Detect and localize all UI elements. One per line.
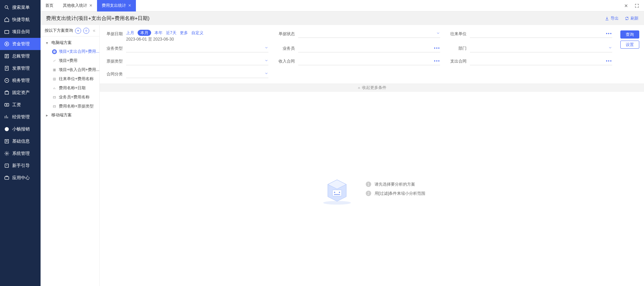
chart-icon: [52, 58, 57, 63]
apps-icon: [4, 175, 9, 181]
contract-select[interactable]: [126, 70, 268, 78]
guide-icon: [4, 163, 9, 168]
caret-down-icon: ▾: [46, 41, 49, 45]
sidebar-item-system[interactable]: 系统管理: [0, 147, 41, 160]
sidebar-item-salary[interactable]: 工资: [0, 99, 41, 111]
bar-icon: [52, 86, 57, 91]
export-icon: [605, 16, 609, 21]
scheme-tree: ▾电脑端方案 项目+支出合同+费用... 项目+费用 项目+收入合同+费用...…: [41, 37, 99, 121]
tax-icon: [4, 78, 9, 83]
tree-leaf-label: 项目+费用: [59, 58, 77, 64]
filter-biztype: 业务类型: [104, 44, 268, 55]
date-opt-this-month[interactable]: 本月: [138, 30, 151, 36]
sidebar-item-fund[interactable]: 资金管理: [0, 38, 41, 50]
date-opt-last-month[interactable]: 上月: [126, 30, 134, 36]
tree-leaf-label: 项目+收入合同+费用...: [59, 67, 99, 73]
tree-leaf[interactable]: 项目+收入合同+费用...: [41, 65, 99, 74]
tree-group-mobile[interactable]: ▸移动端方案: [41, 111, 99, 119]
empty-step-2: 2用[过滤]条件来缩小分析范围: [366, 191, 426, 196]
svg-rect-19: [53, 70, 54, 71]
sidebar-item-label: 应用中心: [12, 175, 30, 181]
add-scheme-button[interactable]: +: [75, 28, 81, 34]
search-button[interactable]: 查询: [620, 30, 639, 39]
date-opt-this-year[interactable]: 本年: [154, 30, 163, 36]
refresh-button[interactable]: 刷新: [625, 16, 639, 21]
config-label: 设置: [626, 42, 634, 48]
biztype-select[interactable]: [126, 44, 268, 52]
sidebar-item-expense[interactable]: 小畅报销: [0, 123, 41, 135]
tab-expense-stat[interactable]: 费用支出统计✕: [97, 0, 136, 11]
search-label: 查询: [626, 32, 634, 38]
svg-point-27: [339, 192, 340, 193]
tree-leaf[interactable]: 项目+费用: [41, 56, 99, 65]
content-area: 单据日期 上月 本月 本年 近7天 更多 自定义 2023-06-01 至 20…: [100, 25, 644, 286]
sidebar-item-search[interactable]: 搜索菜单: [0, 1, 41, 14]
svg-rect-7: [5, 103, 9, 106]
page-header: 费用支出统计(项目+支出合同+费用名称+日期) 导出 刷新: [41, 11, 644, 25]
sidebar-item-guide[interactable]: 新手引导: [0, 160, 41, 172]
chevron-down-icon: [264, 71, 268, 76]
close-icon[interactable]: ✕: [89, 3, 92, 8]
ledger-icon: [4, 53, 9, 59]
sidebar-item-ledger[interactable]: 总账管理: [0, 50, 41, 62]
collapse-panel-icon[interactable]: [91, 28, 97, 33]
export-label: 导出: [611, 16, 619, 21]
sidebar-item-nav[interactable]: 快捷导航: [0, 14, 41, 26]
partner-picker[interactable]: •••: [470, 30, 612, 38]
date-opt-custom[interactable]: 自定义: [191, 30, 204, 36]
tab-other-income[interactable]: 其他收入统计✕: [58, 0, 97, 11]
expend-picker[interactable]: •••: [470, 57, 612, 65]
dept-select[interactable]: [470, 44, 612, 52]
svg-rect-1: [5, 30, 9, 33]
tree-leaf[interactable]: 费用名称+票据类型: [41, 102, 99, 111]
scheme-settings-button[interactable]: [83, 28, 89, 34]
sidebar-item-contract[interactable]: 项目合同: [0, 26, 41, 38]
sidebar-item-asset[interactable]: 固定资产: [0, 87, 41, 99]
filter-grid: 单据日期 上月 本月 本年 近7天 更多 自定义 2023-06-01 至 20…: [100, 25, 644, 84]
tree-group-pc[interactable]: ▾电脑端方案: [41, 39, 99, 47]
filter-contract: 合同分类: [104, 70, 268, 81]
svg-rect-20: [54, 70, 55, 71]
chevron-down-icon: [608, 46, 612, 51]
collapse-filter-bar[interactable]: 收起更多条件: [100, 84, 644, 92]
tab-home[interactable]: 首页: [41, 0, 58, 11]
invoice-icon: [4, 66, 9, 71]
config-button[interactable]: 设置: [620, 41, 639, 49]
tree-leaf[interactable]: 项目+支出合同+费用...: [41, 47, 99, 56]
filter-partner: 往来单位•••: [448, 30, 612, 41]
salary-icon: [4, 102, 9, 108]
status-select[interactable]: [298, 30, 440, 38]
target-icon: [52, 49, 57, 54]
sidebar-item-tax[interactable]: 税务管理: [0, 74, 41, 87]
export-button[interactable]: 导出: [605, 16, 619, 21]
chevron-up-icon: [357, 86, 361, 89]
tree-leaf[interactable]: 业务员+费用名称: [41, 93, 99, 102]
more-icon: •••: [434, 59, 440, 64]
sidebar-item-biz[interactable]: 经营管理: [0, 111, 41, 123]
filter-label: 支出合同: [448, 57, 467, 64]
filter-label: 单据日期: [104, 30, 123, 37]
home-icon: [4, 17, 9, 22]
chevron-down-icon: [264, 58, 268, 64]
close-tab-icon[interactable]: [622, 2, 630, 9]
fullscreen-icon[interactable]: [633, 2, 641, 9]
more-icon: •••: [606, 59, 612, 64]
money-icon: [4, 41, 9, 47]
sidebar-item-invoice[interactable]: 发票管理: [0, 62, 41, 74]
tree-leaf[interactable]: 往来单位+费用名称: [41, 74, 99, 84]
svg-point-24: [323, 201, 351, 205]
tree-leaf-label: 费用名称+日期: [59, 85, 86, 91]
tree-leaf[interactable]: 费用名称+日期: [41, 84, 99, 93]
salesman-picker[interactable]: •••: [298, 44, 440, 52]
sidebar-item-apps[interactable]: 应用中心: [0, 172, 41, 184]
sidebar-item-info[interactable]: 基础信息: [0, 135, 41, 147]
close-icon[interactable]: ✕: [128, 3, 131, 8]
date-opt-7days[interactable]: 近7天: [166, 30, 176, 36]
svg-point-8: [6, 104, 7, 105]
billtype-select[interactable]: [126, 57, 268, 65]
filter-billtype: 票据类型: [104, 57, 268, 68]
income-picker[interactable]: •••: [298, 57, 440, 65]
tree-leaf-label: 业务员+费用名称: [59, 94, 90, 100]
asset-icon: [4, 90, 9, 95]
date-opt-more[interactable]: 更多: [180, 30, 188, 36]
